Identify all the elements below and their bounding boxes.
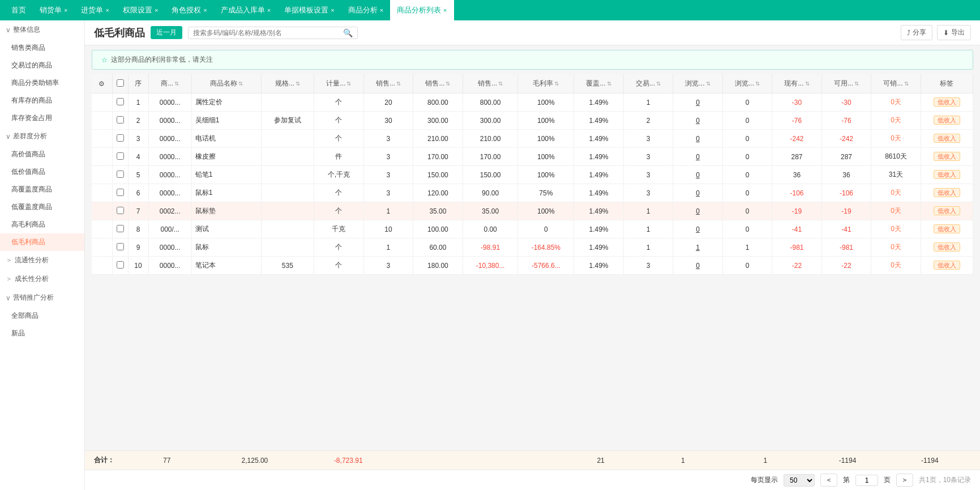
nav-analysis-list-close[interactable]: × <box>443 7 447 14</box>
search-input[interactable] <box>193 29 343 37</box>
sidebar-item-in-stock[interactable]: 有库存的商品 <box>0 92 84 109</box>
col-available[interactable]: 可用...⇅ <box>821 74 871 93</box>
row-view1[interactable]: 0 <box>673 184 723 202</box>
row-checkbox[interactable] <box>112 93 128 112</box>
sidebar-item-category-rate[interactable]: 商品分类助销率 <box>0 74 84 92</box>
sort-icon-qty[interactable]: ⇅ <box>396 80 401 87</box>
sort-icon-saleable[interactable]: ⇅ <box>904 80 909 87</box>
sidebar-group-growth[interactable]: ＞ 成长性分析 <box>0 270 84 288</box>
row-checkbox[interactable] <box>112 184 128 202</box>
settings-icon[interactable]: ⚙ <box>99 80 105 88</box>
nav-template-close[interactable]: × <box>331 7 334 14</box>
search-icon[interactable]: 🔍 <box>343 28 353 37</box>
sort-icon-available[interactable]: ⇅ <box>854 80 859 87</box>
next-page-button[interactable]: ＞ <box>896 474 913 487</box>
col-current[interactable]: 现有...⇅ <box>772 74 822 93</box>
col-view2[interactable]: 浏览...⇅ <box>722 74 772 93</box>
row-view1[interactable]: 0 <box>673 220 723 238</box>
row-name[interactable]: 测试 <box>191 220 261 238</box>
col-coverage[interactable]: 覆盖...⇅ <box>574 74 624 93</box>
col-checkbox-all[interactable] <box>112 74 128 93</box>
sort-icon-current[interactable]: ⇅ <box>805 80 810 87</box>
row-checkbox[interactable] <box>112 202 128 220</box>
col-profit[interactable]: 销售...⇅ <box>463 74 518 93</box>
nav-analysis[interactable]: 商品分析 × <box>341 0 390 20</box>
sort-icon-trade[interactable]: ⇅ <box>656 80 661 87</box>
sort-icon-coverage[interactable]: ⇅ <box>607 80 611 87</box>
row-name[interactable]: 笔记本 <box>191 257 261 275</box>
nav-purchase-close[interactable]: × <box>105 7 109 14</box>
share-button[interactable]: ⤴ 分享 <box>901 25 932 40</box>
sidebar-item-new-goods[interactable]: 新品 <box>0 325 84 342</box>
table-container[interactable]: ⚙ 序 商...⇅ 商品名称⇅ 规格...⇅ 计量...⇅ 销售...⇅ 销售.… <box>85 74 980 450</box>
row-view1[interactable]: 0 <box>673 166 723 184</box>
row-view1[interactable]: 0 <box>673 93 723 112</box>
nav-product-in[interactable]: 产成品入库单 × <box>214 0 277 20</box>
nav-permission[interactable]: 权限设置 × <box>116 0 165 20</box>
row-checkbox[interactable] <box>112 130 128 148</box>
sidebar-item-low-value[interactable]: 低价值商品 <box>0 163 84 181</box>
sort-icon-margin[interactable]: ⇅ <box>554 80 559 87</box>
sort-icon-profit[interactable]: ⇅ <box>498 80 503 87</box>
nav-analysis-close[interactable]: × <box>380 7 383 14</box>
row-view1[interactable]: 0 <box>673 130 723 148</box>
nav-analysis-list[interactable]: 商品分析列表 × <box>390 0 453 20</box>
sort-icon-unit[interactable]: ⇅ <box>346 80 351 87</box>
date-filter-button[interactable]: 近一月 <box>151 26 182 39</box>
row-view1[interactable]: 1 <box>673 238 723 257</box>
col-spec[interactable]: 规格...⇅ <box>261 74 314 93</box>
prev-page-button[interactable]: ＜ <box>820 474 837 487</box>
sort-icon-name[interactable]: ⇅ <box>238 80 243 87</box>
sidebar-item-sales-goods[interactable]: 销售类商品 <box>0 39 84 57</box>
sidebar-item-all-goods[interactable]: 全部商品 <box>0 307 84 325</box>
sidebar-item-traded-goods[interactable]: 交易过的商品 <box>0 57 84 74</box>
row-checkbox[interactable] <box>112 148 128 166</box>
sidebar-group-flow[interactable]: ＞ 流通性分析 <box>0 251 84 270</box>
row-checkbox[interactable] <box>112 166 128 184</box>
col-name[interactable]: 商品名称⇅ <box>191 74 261 93</box>
row-checkbox[interactable] <box>112 257 128 275</box>
row-view1[interactable]: 0 <box>673 112 723 130</box>
export-button[interactable]: ⬇ 导出 <box>937 25 971 40</box>
sort-icon-spec[interactable]: ⇅ <box>296 80 300 87</box>
row-checkbox[interactable] <box>112 238 128 257</box>
row-name[interactable]: 鼠标1 <box>191 184 261 202</box>
col-trade[interactable]: 交易...⇅ <box>623 74 673 93</box>
row-view1[interactable]: 0 <box>673 148 723 166</box>
sidebar-item-stock-capital[interactable]: 库存资金占用 <box>0 109 84 127</box>
row-name[interactable]: 电话机 <box>191 130 261 148</box>
col-code[interactable]: 商...⇅ <box>148 74 191 93</box>
nav-sales-close[interactable]: × <box>64 7 67 14</box>
sidebar-item-high-coverage[interactable]: 高覆盖度商品 <box>0 181 84 198</box>
sidebar-item-high-value[interactable]: 高价值商品 <box>0 146 84 163</box>
nav-role-close[interactable]: × <box>203 7 207 14</box>
sort-icon-amount[interactable]: ⇅ <box>446 80 450 87</box>
row-checkbox[interactable] <box>112 220 128 238</box>
nav-sales[interactable]: 销货单 × <box>33 0 74 20</box>
sort-icon-view2[interactable]: ⇅ <box>755 80 760 87</box>
sidebar-item-high-margin[interactable]: 高毛利商品 <box>0 216 84 233</box>
row-name[interactable]: 属性定价 <box>191 93 261 112</box>
col-amount[interactable]: 销售...⇅ <box>413 74 463 93</box>
col-saleable[interactable]: 可销...⇅ <box>871 74 921 93</box>
select-all-checkbox[interactable] <box>117 79 124 87</box>
nav-home[interactable]: 首页 <box>5 0 33 20</box>
sidebar-item-low-margin[interactable]: 低毛利商品 <box>0 233 84 251</box>
col-qty[interactable]: 销售...⇅ <box>363 74 413 93</box>
row-name[interactable]: 鼠标 <box>191 238 261 257</box>
nav-product-in-close[interactable]: × <box>267 7 271 14</box>
row-view1[interactable]: 0 <box>673 202 723 220</box>
sort-icon-view1[interactable]: ⇅ <box>706 80 711 87</box>
col-settings[interactable]: ⚙ <box>92 74 112 93</box>
sidebar-group-diff-analysis[interactable]: ∨ 差群度分析 <box>0 127 84 146</box>
sidebar-group-marketing[interactable]: ∨ 营销推广分析 <box>0 288 84 307</box>
nav-template[interactable]: 单据模板设置 × <box>277 0 341 20</box>
nav-role[interactable]: 角色授权 × <box>165 0 213 20</box>
row-name[interactable]: 铅笔1 <box>191 166 261 184</box>
nav-purchase[interactable]: 进货单 × <box>74 0 115 20</box>
col-unit[interactable]: 计量...⇅ <box>314 74 364 93</box>
row-name[interactable]: 橡皮擦 <box>191 148 261 166</box>
col-view1[interactable]: 浏览...⇅ <box>673 74 723 93</box>
row-name[interactable]: 鼠标垫 <box>191 202 261 220</box>
col-margin[interactable]: 毛利率⇅ <box>518 74 574 93</box>
